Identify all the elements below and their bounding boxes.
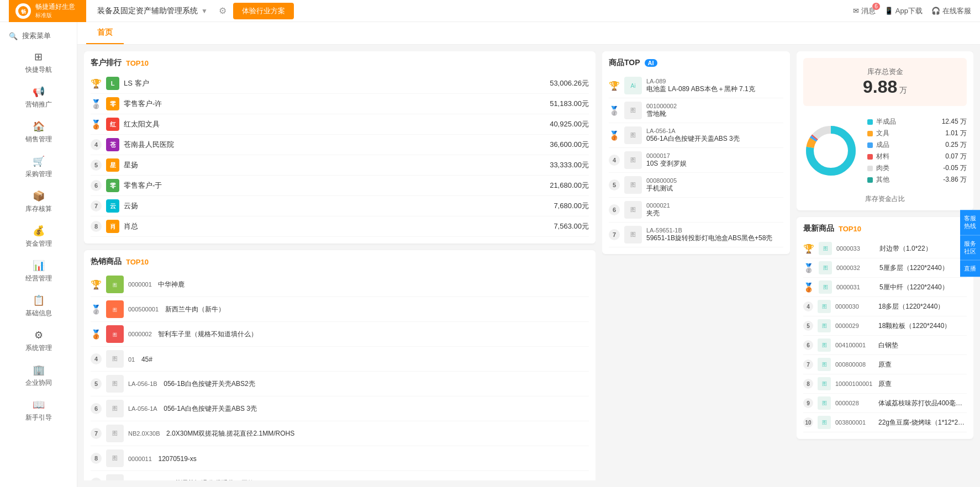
product-image: 图 bbox=[818, 396, 831, 410]
rank-number: 8 bbox=[91, 221, 102, 232]
list-item: 6 图 004100001 白钢垫 bbox=[803, 336, 967, 355]
product-info: LA-056-1A 056-1A白色按键开关盖ABS 3壳 bbox=[128, 404, 589, 414]
system-selector[interactable]: 装备及固定资产辅助管理系统 ▼ bbox=[93, 6, 212, 16]
rank-number: 7 bbox=[91, 200, 102, 211]
customer-ranking-list: 🏆 L LS 客户 53,006.26元 🥈 零 零售客户-许 51,183.0… bbox=[91, 73, 589, 237]
product-image: 图 bbox=[106, 449, 124, 467]
product-image: 图 bbox=[819, 261, 832, 274]
medal-icon: 🏆 bbox=[91, 78, 102, 89]
medal-icon: 🏆 bbox=[91, 279, 102, 290]
service-community-button[interactable]: 服务社区 bbox=[960, 235, 980, 261]
sidebar-item-inventory[interactable]: 📦 库存核算 bbox=[0, 184, 77, 219]
product-image: 图 bbox=[106, 350, 124, 368]
list-item: 8 肖 肖总 7,563.00元 bbox=[91, 216, 589, 237]
product-info: 000500001 新西兰牛肉（新牛） bbox=[128, 305, 589, 314]
rank-number: 4 bbox=[803, 301, 813, 311]
online-service-button[interactable]: 🎧 在线客服 bbox=[931, 6, 971, 16]
message-badge: 6 bbox=[872, 3, 880, 10]
top-header: 畅 畅捷通好生意 标准版 装备及固定资产辅助管理系统 ▼ ⚙ 体验行业方案 ✉ … bbox=[0, 0, 980, 22]
sidebar-item-company[interactable]: 🏢 企业协同 bbox=[0, 358, 77, 393]
product-image: 图 bbox=[106, 425, 124, 442]
left-panel: 客户排行 TOP10 🏆 L LS 客户 53,006.26元 🥈 零 bbox=[84, 51, 596, 480]
legend-dot bbox=[867, 154, 873, 160]
medal-icon: 🥉 bbox=[609, 130, 620, 141]
avatar: 星 bbox=[106, 158, 119, 172]
avatar: 肖 bbox=[106, 220, 119, 233]
product-image: 图 bbox=[624, 126, 642, 144]
product-image: 图 bbox=[106, 400, 124, 417]
app-download-button[interactable]: 📱 App下载 bbox=[884, 6, 923, 16]
svg-text:图: 图 bbox=[113, 332, 117, 337]
list-item: 🥉 图 0000002 智利车子里（规格不知道填什么） bbox=[91, 322, 589, 347]
legend-item: 其他 -3.86 万 bbox=[867, 174, 967, 186]
product-image: 图 bbox=[106, 300, 124, 318]
purchase-icon: 🛒 bbox=[33, 155, 45, 167]
sales-ranking-list: 🏆 Ai LA-089 电池盖 LA-089 ABS本色＋黑种 7.1克 🥈 图 bbox=[609, 73, 783, 247]
customer-ranking-title: 客户排行 TOP10 bbox=[91, 58, 589, 68]
sidebar-item-finance[interactable]: 💰 资金管理 bbox=[0, 219, 77, 254]
sidebar-item-sales[interactable]: 🏠 销售管理 bbox=[0, 115, 77, 150]
middle-panel: 商品TOP AI 🏆 Ai LA-089 电池盖 LA-089 ABS本色＋黑种… bbox=[602, 51, 790, 480]
product-info: LA-056-1A 056-1A白色按键开关盖ABS 3壳 bbox=[646, 128, 783, 144]
svg-text:图: 图 bbox=[113, 308, 117, 313]
medal-icon: 🥈 bbox=[91, 304, 102, 315]
inventory-donut-chart bbox=[803, 123, 858, 178]
product-image: 图 bbox=[624, 102, 642, 119]
customer-ranking-card: 客户排行 TOP10 🏆 L LS 客户 53,006.26元 🥈 零 bbox=[84, 51, 596, 244]
sidebar-search[interactable]: 🔍 搜索菜单 bbox=[0, 27, 77, 45]
system-icon: ⚙ bbox=[34, 329, 43, 341]
avatar: 苍 bbox=[106, 138, 119, 151]
legend-item: 半成品 12.45 万 bbox=[867, 116, 967, 128]
sales-ranking-card: 商品TOP AI 🏆 Ai LA-089 电池盖 LA-089 ABS本色＋黑种… bbox=[602, 51, 790, 254]
headset-icon: 🎧 bbox=[931, 7, 940, 15]
direct-button[interactable]: 直播 bbox=[960, 260, 980, 277]
inventory-footer-label: 库存资金占比 bbox=[803, 194, 967, 204]
product-image: 图 bbox=[818, 416, 831, 429]
rank-number: 4 bbox=[609, 155, 620, 166]
sidebar-item-base-info[interactable]: 📋 基础信息 bbox=[0, 289, 77, 324]
list-item: 7 图 000800008 原查 bbox=[803, 355, 967, 374]
rank-number: 4 bbox=[91, 139, 102, 150]
sidebar-item-quick-nav[interactable]: ⊞ 快捷导航 bbox=[0, 45, 77, 80]
product-image: 图 bbox=[624, 226, 642, 244]
product-info: 0000021 夹壳 bbox=[646, 202, 783, 218]
medal-icon: 🥉 bbox=[91, 119, 102, 130]
rank-number: 5 bbox=[803, 321, 813, 331]
product-info: KK-SD22110H 花语萌恒温分腿睡袋（厚款） bbox=[128, 479, 589, 481]
avatar: 红 bbox=[106, 118, 119, 131]
product-info: NB2.0X30B 2.0X30MM双搓花轴.搓花直径2.1MM/ROHS bbox=[128, 429, 589, 438]
rank-number: 10 bbox=[803, 417, 813, 427]
message-button[interactable]: ✉ 消息 6 bbox=[853, 6, 876, 16]
svg-text:图: 图 bbox=[113, 283, 117, 288]
product-image: 图 bbox=[818, 319, 831, 332]
legend-item: 成品 0.25 万 bbox=[867, 139, 967, 151]
list-item: 🏆 图 0000001 中华神鹿 bbox=[91, 272, 589, 297]
sidebar-item-purchase[interactable]: 🛒 采购管理 bbox=[0, 150, 77, 184]
mobile-icon: 📱 bbox=[884, 7, 893, 15]
legend-item: 肉类 -0.05 万 bbox=[867, 162, 967, 174]
tab-home[interactable]: 首页 bbox=[86, 22, 124, 44]
sidebar-item-operation[interactable]: 📊 经营管理 bbox=[0, 254, 77, 289]
sidebar-item-system[interactable]: ⚙ 系统管理 bbox=[0, 324, 77, 358]
list-item: 6 图 LA-056-1A 056-1A白色按键开关盖ABS 3壳 bbox=[91, 396, 589, 421]
medal-icon: 🏆 bbox=[803, 244, 814, 254]
customer-service-button[interactable]: 客服热线 bbox=[960, 210, 980, 235]
sales-icon: 🏠 bbox=[33, 120, 45, 133]
product-info: 0000011 12070519-xs bbox=[128, 454, 589, 463]
newest-products-title: 最新商品 TOP10 bbox=[803, 224, 967, 234]
product-info: 0000001 中华神鹿 bbox=[128, 280, 589, 289]
rank-number: 6 bbox=[803, 340, 813, 350]
search-icon: 🔍 bbox=[9, 32, 18, 40]
avatar: 云 bbox=[106, 199, 119, 213]
sidebar-item-marketing[interactable]: 📢 营销推广 bbox=[0, 80, 77, 115]
base-info-icon: 📋 bbox=[33, 294, 45, 306]
list-item: 🥈 图 000500001 新西兰牛肉（新牛） bbox=[91, 297, 589, 322]
trial-button[interactable]: 体验行业方案 bbox=[233, 3, 294, 19]
page-content: 客户排行 TOP10 🏆 L LS 客户 53,006.26元 🥈 零 bbox=[77, 45, 980, 487]
product-info: 000800005 手机测试 bbox=[646, 177, 783, 193]
list-item: 6 图 0000021 夹壳 bbox=[609, 198, 783, 223]
gear-icon[interactable]: ⚙ bbox=[219, 6, 226, 16]
content-area: 首页 客户排行 TOP10 🏆 L LS 客户 53,006.2 bbox=[77, 22, 980, 487]
marketing-icon: 📢 bbox=[33, 86, 45, 98]
sidebar-item-guide[interactable]: 📖 新手引导 bbox=[0, 393, 77, 428]
